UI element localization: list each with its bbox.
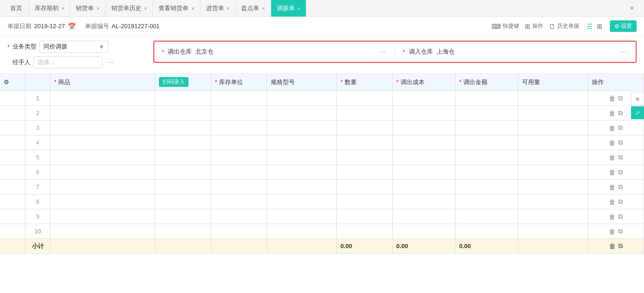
window-close-button[interactable]: ×: [624, 0, 640, 17]
tab-sales-order[interactable]: 销货单 ×: [70, 0, 105, 17]
row-amount-cell[interactable]: [455, 180, 518, 195]
tab-home[interactable]: 首页: [4, 0, 29, 17]
row-unit-cell[interactable]: [211, 209, 267, 224]
row-copy-icon[interactable]: ⧉: [618, 139, 623, 146]
row-qty-cell[interactable]: [336, 180, 392, 195]
row-delete-icon[interactable]: 🗑: [609, 124, 615, 132]
warehouse-out-more-button[interactable]: ···: [377, 48, 387, 56]
close-tab-purchase-order[interactable]: ×: [227, 6, 230, 11]
row-qty-cell[interactable]: [336, 91, 392, 106]
row-qty-cell[interactable]: [336, 165, 392, 180]
tab-transfer[interactable]: 调拨单 ×: [271, 0, 306, 17]
calendar-icon[interactable]: 📅: [68, 23, 76, 30]
row-copy-icon[interactable]: ⧉: [618, 213, 623, 220]
row-copy-icon[interactable]: ⧉: [618, 109, 623, 117]
row-spec-cell[interactable]: [267, 165, 336, 180]
row-amount-cell[interactable]: [455, 150, 518, 165]
close-tab-sales-history[interactable]: ×: [144, 6, 147, 11]
row-delete-icon[interactable]: 🗑: [609, 183, 615, 191]
row-cost-cell[interactable]: [392, 224, 455, 239]
row-cost-cell[interactable]: [392, 135, 455, 150]
row-delete-icon[interactable]: 🗑: [609, 139, 615, 146]
tab-view-sales[interactable]: 查看销货单 ×: [153, 0, 200, 17]
row-cost-cell[interactable]: [392, 195, 455, 209]
row-unit-cell[interactable]: [211, 106, 267, 121]
row-delete-icon[interactable]: 🗑: [609, 169, 615, 176]
row-unit-cell[interactable]: [211, 150, 267, 165]
row-copy-icon[interactable]: ⧉: [618, 124, 623, 132]
row-delete-icon[interactable]: 🗑: [609, 228, 615, 235]
settings-button[interactable]: ⚙ 设置: [610, 20, 637, 32]
row-cost-cell[interactable]: [392, 165, 455, 180]
row-delete-icon[interactable]: 🗑: [609, 110, 615, 117]
row-qty-cell[interactable]: [336, 106, 392, 121]
row-spec-cell[interactable]: [267, 180, 336, 195]
subtotal-copy-icon[interactable]: ⧉: [618, 242, 623, 250]
row-cost-cell[interactable]: [392, 209, 455, 224]
row-unit-cell[interactable]: [211, 135, 267, 150]
row-cost-cell[interactable]: [392, 150, 455, 165]
warehouse-in-more-button[interactable]: ···: [619, 48, 628, 56]
row-product-cell[interactable]: [50, 224, 155, 239]
tab-purchase-order[interactable]: 进货单 ×: [200, 0, 236, 17]
row-amount-cell[interactable]: [455, 121, 518, 135]
row-product-cell[interactable]: [50, 209, 155, 224]
row-spec-cell[interactable]: [267, 150, 336, 165]
row-spec-cell[interactable]: [267, 121, 336, 135]
row-spec-cell[interactable]: [267, 135, 336, 150]
row-copy-icon[interactable]: ⧉: [618, 153, 623, 161]
row-copy-icon[interactable]: ⧉: [618, 94, 623, 102]
row-unit-cell[interactable]: [211, 91, 267, 106]
row-unit-cell[interactable]: [211, 224, 267, 239]
row-product-cell[interactable]: [50, 165, 155, 180]
row-qty-cell[interactable]: [336, 150, 392, 165]
row-spec-cell[interactable]: [267, 91, 336, 106]
row-unit-cell[interactable]: [211, 165, 267, 180]
close-tab-view-sales[interactable]: ×: [191, 6, 194, 11]
close-tab-transfer[interactable]: ×: [298, 6, 300, 11]
row-qty-cell[interactable]: [336, 121, 392, 135]
row-cost-cell[interactable]: [392, 121, 455, 135]
close-tab-inventory-init[interactable]: ×: [61, 6, 64, 11]
row-cost-cell[interactable]: [392, 91, 455, 106]
table-scroll-area[interactable]: ⚙ * 商品 扫码录入 * 库存单位: [0, 73, 644, 293]
sidebar-expand-icon[interactable]: ⤢: [631, 106, 644, 119]
row-spec-cell[interactable]: [267, 224, 336, 239]
close-tab-inventory-check[interactable]: ×: [262, 6, 265, 11]
row-amount-cell[interactable]: [455, 91, 518, 106]
row-copy-icon[interactable]: ⧉: [618, 198, 623, 206]
row-product-cell[interactable]: [50, 150, 155, 165]
layout-grid-icon[interactable]: ⊞: [595, 22, 604, 31]
tab-sales-history[interactable]: 销货单历史 ×: [106, 0, 153, 17]
row-cost-cell[interactable]: [392, 106, 455, 121]
row-amount-cell[interactable]: [455, 165, 518, 180]
row-spec-cell[interactable]: [267, 209, 336, 224]
handler-select[interactable]: 选择...: [33, 56, 103, 68]
row-qty-cell[interactable]: [336, 224, 392, 239]
row-copy-icon[interactable]: ⧉: [618, 183, 623, 191]
row-copy-icon[interactable]: ⧉: [618, 227, 623, 235]
row-unit-cell[interactable]: [211, 180, 267, 195]
row-delete-icon[interactable]: 🗑: [609, 213, 615, 220]
gear-icon[interactable]: ⚙: [4, 79, 9, 85]
row-product-cell[interactable]: [50, 195, 155, 209]
row-copy-icon[interactable]: ⧉: [618, 168, 623, 176]
history-action[interactable]: 🗋 历史单据: [549, 22, 579, 30]
row-product-cell[interactable]: [50, 106, 155, 121]
row-product-cell[interactable]: [50, 135, 155, 150]
business-type-select[interactable]: 同价调拨 ▼: [39, 41, 109, 53]
row-product-cell[interactable]: [50, 91, 155, 106]
tab-inventory-check[interactable]: 盘点单 ×: [236, 0, 271, 17]
subtotal-delete-icon[interactable]: 🗑: [609, 243, 615, 250]
operation-action[interactable]: ⊞ 操作: [525, 22, 543, 30]
row-amount-cell[interactable]: [455, 209, 518, 224]
row-delete-icon[interactable]: 🗑: [609, 95, 615, 102]
row-unit-cell[interactable]: [211, 195, 267, 209]
row-amount-cell[interactable]: [455, 135, 518, 150]
handler-more-button[interactable]: ···: [105, 58, 115, 67]
row-qty-cell[interactable]: [336, 135, 392, 150]
row-delete-icon[interactable]: 🗑: [609, 154, 615, 161]
row-spec-cell[interactable]: [267, 106, 336, 121]
row-qty-cell[interactable]: [336, 209, 392, 224]
close-tab-sales-order[interactable]: ×: [97, 6, 99, 11]
